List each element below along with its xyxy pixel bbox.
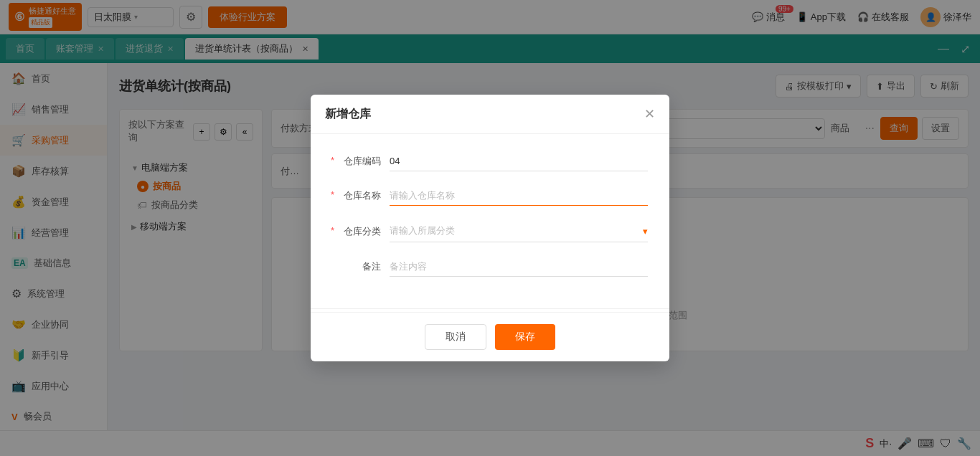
form-row-code: 仓库编码 [332,151,648,171]
modal-overlay[interactable]: 新增仓库 ✕ 仓库编码 仓库名称 仓库分类 请输入所属分类 ▾ [0,0,980,456]
note-input[interactable] [390,257,648,277]
modal-title: 新增仓库 [325,107,371,122]
note-label: 备注 [332,260,390,273]
category-label: 仓库分类 [332,225,390,238]
modal-body: 仓库编码 仓库名称 仓库分类 请输入所属分类 ▾ 备注 [311,134,669,308]
code-input[interactable] [390,151,648,171]
name-label: 仓库名称 [332,189,390,202]
form-row-category: 仓库分类 请输入所属分类 ▾ [332,220,648,242]
category-select[interactable]: 请输入所属分类 ▾ [390,220,648,242]
modal-footer: 取消 保存 [311,312,669,361]
new-warehouse-modal: 新增仓库 ✕ 仓库编码 仓库名称 仓库分类 请输入所属分类 ▾ [311,95,669,361]
save-button[interactable]: 保存 [495,324,555,350]
cancel-button[interactable]: 取消 [425,324,486,350]
category-placeholder: 请输入所属分类 [390,224,455,237]
form-row-name: 仓库名称 [332,186,648,206]
category-chevron-icon: ▾ [643,226,648,237]
modal-close-button[interactable]: ✕ [644,106,655,122]
code-label: 仓库编码 [332,155,390,168]
modal-divider [311,308,669,309]
name-input[interactable] [390,186,648,206]
form-row-note: 备注 [332,257,648,277]
modal-header: 新增仓库 ✕ [311,95,669,134]
